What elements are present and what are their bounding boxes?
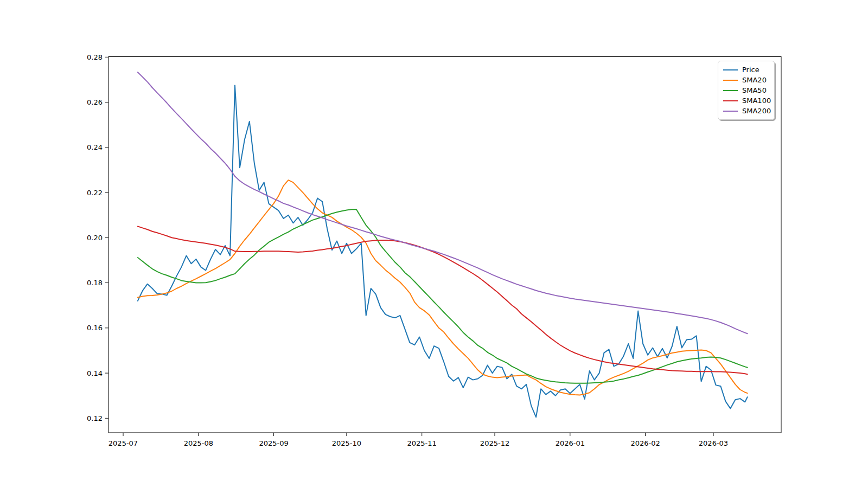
axes-frame [108, 57, 781, 433]
y-tick-label: 0.24 [87, 143, 103, 151]
y-tick-label: 0.18 [87, 279, 103, 287]
legend-item-sma20: SMA20 [723, 75, 770, 85]
legend-label: SMA20 [742, 76, 767, 84]
y-tick-label: 0.28 [87, 53, 103, 61]
series-line-sma100 [138, 227, 748, 375]
x-tick-label: 2025-11 [407, 439, 437, 447]
legend-line-sample-sma20 [723, 80, 738, 81]
x-tick-label: 2025-09 [259, 439, 288, 447]
chart-figure: 0.120.140.160.180.200.220.240.260.282025… [0, 0, 868, 488]
y-tick-label: 0.26 [87, 98, 103, 106]
y-tick-label: 0.12 [87, 414, 103, 422]
legend-label: SMA200 [742, 107, 771, 115]
x-tick-label: 2026-01 [556, 439, 585, 447]
x-tick-label: 2026-02 [630, 439, 660, 447]
legend-item-price: Price [723, 65, 770, 75]
x-tick-label: 2025-07 [108, 439, 138, 447]
series-line-sma200 [138, 72, 748, 333]
series-line-sma20 [138, 180, 748, 395]
legend-label: SMA100 [742, 97, 771, 105]
x-tick-label: 2025-08 [184, 439, 213, 447]
legend-line-sample-sma50 [723, 90, 738, 91]
y-tick-label: 0.20 [87, 234, 103, 242]
legend-label: Price [742, 66, 760, 74]
y-tick-label: 0.22 [87, 189, 103, 197]
legend-item-sma200: SMA200 [723, 106, 770, 116]
legend-item-sma50: SMA50 [723, 85, 770, 95]
legend-line-sample-price [723, 69, 738, 70]
legend-line-sample-sma100 [723, 100, 738, 101]
series-line-price [138, 85, 748, 417]
legend-label: SMA50 [742, 86, 767, 94]
legend-box: PriceSMA20SMA50SMA100SMA200 [718, 61, 775, 120]
legend-line-sample-sma200 [723, 111, 738, 112]
y-tick-label: 0.16 [87, 324, 103, 332]
x-tick-label: 2026-03 [699, 439, 728, 447]
legend-item-sma100: SMA100 [723, 95, 770, 106]
y-tick-label: 0.14 [87, 369, 103, 377]
x-tick-label: 2025-10 [332, 439, 361, 447]
x-tick-label: 2025-12 [480, 439, 509, 447]
